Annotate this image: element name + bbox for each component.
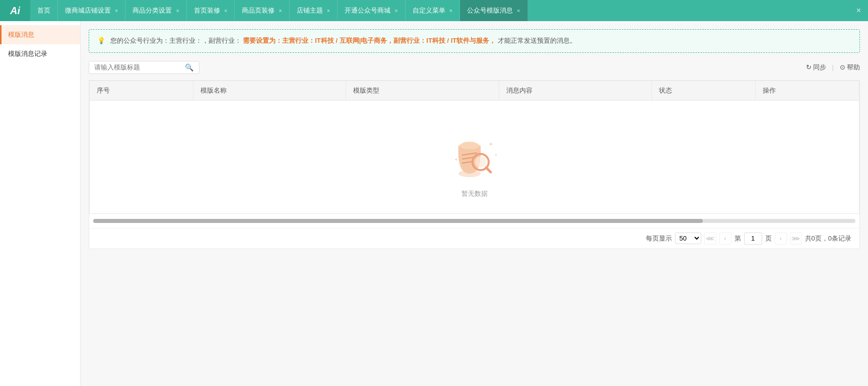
nav-tab-label-custom-menu: 自定义菜单 xyxy=(413,6,445,15)
nav-tab-label-category-setting: 商品分类设置 xyxy=(132,6,172,15)
page-suffix-label: 页 xyxy=(765,234,772,243)
svg-line-6 xyxy=(486,168,491,172)
table-wrapper: 序号模版名称模版类型消息内容状态操作 xyxy=(89,80,860,249)
nav-tab-category-setting[interactable]: 商品分类设置× xyxy=(125,0,186,21)
top-nav: Ai 首页微商城店铺设置×商品分类设置×首页装修×商品页装修×店铺主题×开通公众… xyxy=(0,0,868,21)
sync-icon: ↻ xyxy=(806,63,812,71)
col-header-content: 消息内容 xyxy=(499,81,651,100)
nav-tab-shop-theme[interactable]: 店铺主题× xyxy=(290,0,338,21)
help-button[interactable]: ⊙ 帮助 xyxy=(840,63,860,72)
content-area: 💡 您的公众号行业为：主营行业：，副营行业： 需要设置为：主营行业：IT科技 /… xyxy=(81,21,868,386)
help-icon: ⊙ xyxy=(840,63,845,71)
close-all-button[interactable]: × xyxy=(849,6,868,15)
page-prefix-label: 第 xyxy=(735,234,741,243)
first-page-button[interactable]: ⋘ xyxy=(704,233,716,245)
empty-text: 暂无数据 xyxy=(461,189,488,198)
last-page-button[interactable]: ⋙ xyxy=(790,233,802,245)
nav-tab-label-open-mall: 开通公众号商城 xyxy=(345,6,390,15)
page-number-input[interactable] xyxy=(744,233,762,245)
nav-tab-home-decor[interactable]: 首页装修× xyxy=(187,0,235,21)
nav-tab-label-shop-setting: 微商城店铺设置 xyxy=(65,6,111,15)
scroll-track[interactable] xyxy=(93,219,855,223)
nav-tab-open-mall[interactable]: 开通公众号商城× xyxy=(338,0,405,21)
app-logo: Ai xyxy=(0,0,30,21)
sidebar: 模版消息模版消息记录 xyxy=(0,21,81,386)
nav-tab-label-shop-theme: 店铺主题 xyxy=(297,6,323,15)
sidebar-item-template-msg[interactable]: 模版消息 xyxy=(0,25,80,44)
svg-text:✦: ✦ xyxy=(489,141,493,147)
nav-tabs-container: 首页微商城店铺设置×商品分类设置×首页装修×商品页装修×店铺主题×开通公众号商城… xyxy=(30,0,849,21)
help-label: 帮助 xyxy=(847,63,860,72)
sync-button[interactable]: ↻ 同步 xyxy=(806,63,826,72)
empty-state: ✦ ✦ ✦ 暂无数据 xyxy=(90,101,859,213)
toolbar-right: ↻ 同步 | ⊙ 帮助 xyxy=(806,63,860,72)
nav-tab-shop-setting[interactable]: 微商城店铺设置× xyxy=(58,0,125,21)
nav-tab-close-product-decor[interactable]: × xyxy=(279,8,282,14)
search-icon[interactable]: 🔍 xyxy=(185,63,193,71)
nav-tab-close-custom-menu[interactable]: × xyxy=(449,8,452,14)
nav-tab-label-template-msg: 公众号模版消息 xyxy=(467,6,513,15)
notice-highlight: 需要设置为：主营行业：IT科技 / 互联网|电子商务，副营行业：IT科技 / I… xyxy=(243,37,496,44)
search-bar: 🔍 ↻ 同步 | ⊙ 帮助 xyxy=(89,61,860,74)
svg-text:✦: ✦ xyxy=(454,158,458,162)
notice-prefix: 您的公众号行业为：主营行业：，副营行业： xyxy=(110,37,241,44)
nav-tab-product-decor[interactable]: 商品页装修× xyxy=(235,0,289,21)
empty-icon: ✦ ✦ ✦ xyxy=(444,131,505,181)
sidebar-item-template-record[interactable]: 模版消息记录 xyxy=(0,44,80,63)
main-layout: 模版消息模版消息记录 💡 您的公众号行业为：主营行业：，副营行业： 需要设置为：… xyxy=(0,21,868,386)
nav-tab-close-home-decor[interactable]: × xyxy=(224,8,227,14)
col-header-type: 模版类型 xyxy=(346,81,499,100)
total-text: 共0页，0条记录 xyxy=(805,234,851,243)
col-header-seq: 序号 xyxy=(90,81,193,100)
notice-box: 💡 您的公众号行业为：主营行业：，副营行业： 需要设置为：主营行业：IT科技 /… xyxy=(89,29,860,53)
nav-tab-label-home-decor: 首页装修 xyxy=(194,6,220,15)
nav-tab-custom-menu[interactable]: 自定义菜单× xyxy=(406,0,460,21)
nav-tab-label-product-decor: 商品页装修 xyxy=(242,6,275,15)
page-size-label: 每页显示 xyxy=(646,234,672,243)
data-table: 序号模版名称模版类型消息内容状态操作 xyxy=(89,81,859,214)
scroll-thumb xyxy=(93,219,703,223)
pagination: 每页显示 50 20 100 ⋘ ‹ 第 页 › ⋙ 共0页，0条记录 xyxy=(89,228,859,249)
page-size-select[interactable]: 50 20 100 xyxy=(675,233,701,244)
search-input[interactable] xyxy=(94,63,185,71)
col-header-name: 模版名称 xyxy=(193,81,346,100)
col-header-status: 状态 xyxy=(652,81,756,100)
nav-tab-close-template-msg[interactable]: × xyxy=(517,8,520,14)
sidebar-items-container: 模版消息模版消息记录 xyxy=(0,25,80,63)
divider: | xyxy=(832,63,834,71)
svg-point-5 xyxy=(475,157,486,168)
nav-tab-close-shop-setting[interactable]: × xyxy=(115,8,118,14)
notice-icon: 💡 xyxy=(97,37,105,44)
nav-tab-close-category-setting[interactable]: × xyxy=(176,8,179,14)
empty-row: ✦ ✦ ✦ 暂无数据 xyxy=(90,100,859,213)
nav-tab-label-home: 首页 xyxy=(37,6,50,15)
col-header-action: 操作 xyxy=(755,81,859,100)
next-page-button[interactable]: › xyxy=(775,233,787,245)
nav-tab-close-shop-theme[interactable]: × xyxy=(327,8,330,14)
search-input-wrap: 🔍 xyxy=(89,61,199,74)
nav-tab-template-msg[interactable]: 公众号模版消息× xyxy=(460,0,527,21)
prev-page-button[interactable]: ‹ xyxy=(719,233,731,245)
scroll-area xyxy=(89,214,859,228)
sync-label: 同步 xyxy=(813,63,826,72)
table-header-row: 序号模版名称模版类型消息内容状态操作 xyxy=(90,81,859,100)
notice-suffix: 才能正常发送预置的消息。 xyxy=(498,37,576,44)
nav-tab-close-open-mall[interactable]: × xyxy=(394,8,397,14)
svg-text:✦: ✦ xyxy=(495,153,497,157)
nav-tab-home[interactable]: 首页 xyxy=(30,0,58,21)
